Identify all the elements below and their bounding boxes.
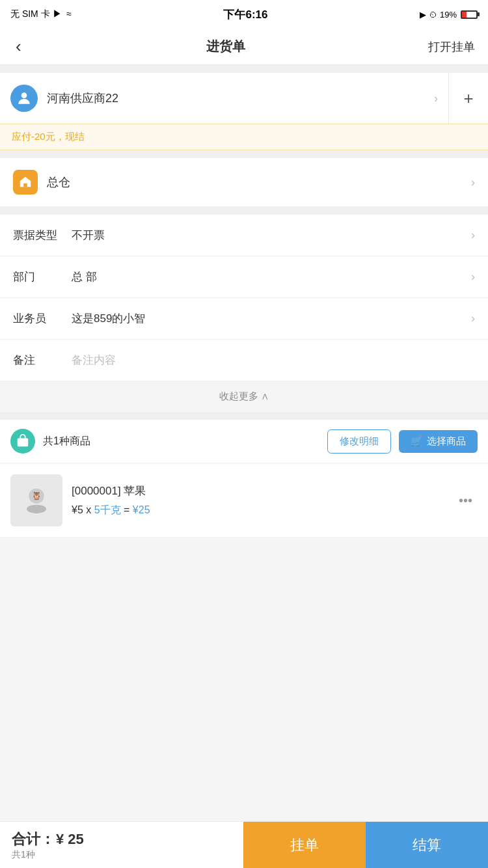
ticket-type-row[interactable]: 票据类型 不开票 › xyxy=(0,215,488,256)
svg-rect-2 xyxy=(18,438,29,446)
footer-amount: 合计： ¥ 25 xyxy=(12,830,232,849)
status-battery: ▶ ⏲ 19% xyxy=(420,10,478,20)
svg-point-4 xyxy=(27,505,46,513)
salesperson-row[interactable]: 业务员 这是859的小智 › xyxy=(0,298,488,340)
total-amount: ¥ 25 xyxy=(56,831,84,848)
department-label: 部门 xyxy=(13,269,72,284)
back-button[interactable]: ‹ xyxy=(13,34,24,59)
battery-icon xyxy=(461,10,478,19)
page-title: 进货单 xyxy=(206,38,245,55)
footer-count: 共1种 xyxy=(12,849,232,861)
ticket-type-label: 票据类型 xyxy=(13,228,72,243)
product-header: 共1种商品 修改明细 🛒 选择商品 xyxy=(0,420,488,463)
product-count-icon xyxy=(10,429,35,454)
product-thumbnail: 🦉 xyxy=(10,474,62,526)
location-icon: ▶ xyxy=(420,10,426,20)
remark-row[interactable]: 备注 备注内容 xyxy=(0,340,488,381)
add-supplier-button[interactable]: + xyxy=(449,73,488,124)
svg-point-0 xyxy=(21,92,27,98)
status-bar: 无 SIM 卡 ▶ ≈ 下午6:16 ▶ ⏲ 19% xyxy=(0,0,488,29)
product-item: 🦉 [0000001] 苹果 ¥5 x 5千克 = ¥25 ••• xyxy=(0,464,488,537)
supplier-avatar xyxy=(10,85,38,112)
more-options-button[interactable]: ••• xyxy=(454,491,478,511)
supplier-selector[interactable]: 河南供应商22 › xyxy=(0,73,449,124)
section-gap-2 xyxy=(0,150,488,158)
status-signal: 无 SIM 卡 ▶ ≈ xyxy=(10,8,72,20)
checkout-button[interactable]: 结算 xyxy=(366,822,488,869)
footer: 合计： ¥ 25 共1种 挂单 结算 xyxy=(0,821,488,868)
price-value: ¥5 xyxy=(72,504,83,515)
chevron-right-icon: › xyxy=(471,270,475,284)
product-price: ¥5 x 5千克 = ¥25 xyxy=(72,504,444,517)
warehouse-name: 总仓 xyxy=(47,174,471,190)
quantity-value: 5千克 xyxy=(94,504,121,515)
salesperson-label: 业务员 xyxy=(13,311,72,326)
collapse-label: 收起更多 ∧ xyxy=(219,390,269,403)
total-label: 合计： xyxy=(12,830,55,849)
chevron-right-icon: › xyxy=(471,312,475,325)
chevron-right-icon: › xyxy=(471,228,475,242)
collapse-bar[interactable]: 收起更多 ∧ xyxy=(0,381,488,412)
bottom-space xyxy=(0,537,488,550)
salesperson-value: 这是859的小智 xyxy=(72,311,471,326)
product-info: [0000001] 苹果 ¥5 x 5千克 = ¥25 xyxy=(72,483,444,517)
footer-total: 合计： ¥ 25 共1种 xyxy=(0,830,243,861)
remark-placeholder: 备注内容 xyxy=(72,353,475,368)
total-value: ¥25 xyxy=(133,504,150,515)
department-value: 总 部 xyxy=(72,269,471,284)
equals-sign: = xyxy=(124,504,133,515)
svg-text:🦉: 🦉 xyxy=(32,491,42,500)
open-pending-button[interactable]: 打开挂单 xyxy=(428,39,475,55)
ticket-type-value: 不开票 xyxy=(72,228,471,243)
supplier-name: 河南供应商22 xyxy=(47,90,434,106)
price-separator: x xyxy=(86,504,94,515)
product-count-label: 共1种商品 xyxy=(43,435,319,448)
alarm-icon: ⏲ xyxy=(429,10,437,20)
nav-bar: ‹ 进货单 打开挂单 xyxy=(0,29,488,65)
section-gap-3 xyxy=(0,207,488,215)
supplier-section: 河南供应商22 › + xyxy=(0,73,488,124)
chevron-right-icon: › xyxy=(434,92,438,105)
warehouse-row[interactable]: 总仓 › xyxy=(0,158,488,207)
cart-icon: 🛒 xyxy=(411,435,423,447)
product-name: [0000001] 苹果 xyxy=(72,483,444,498)
department-row[interactable]: 部门 总 部 › xyxy=(0,256,488,298)
notice-bar: 应付-20元，现结 xyxy=(0,124,488,150)
pending-button[interactable]: 挂单 xyxy=(243,822,366,869)
svg-rect-1 xyxy=(23,183,27,187)
warehouse-icon xyxy=(13,170,38,195)
notice-text: 应付-20元，现结 xyxy=(12,131,85,142)
select-product-button[interactable]: 🛒 选择商品 xyxy=(399,430,478,453)
remark-label: 备注 xyxy=(13,353,72,368)
edit-detail-button[interactable]: 修改明细 xyxy=(327,429,391,454)
form-section: 票据类型 不开票 › 部门 总 部 › 业务员 这是859的小智 › 备注 备注… xyxy=(0,215,488,381)
chevron-right-icon: › xyxy=(471,176,475,189)
section-gap-4 xyxy=(0,412,488,420)
status-time: 下午6:16 xyxy=(223,7,267,22)
section-gap-1 xyxy=(0,65,488,73)
